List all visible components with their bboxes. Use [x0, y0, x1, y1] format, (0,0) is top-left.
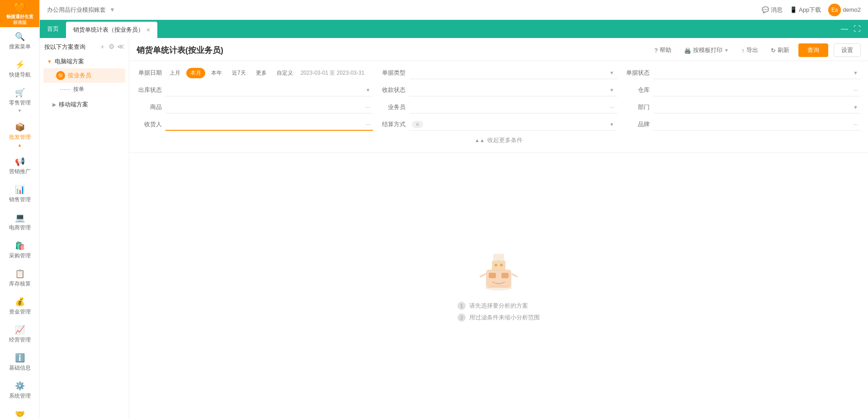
sidebar-item-label-quicknav: 快捷导航 [9, 71, 31, 79]
brand-select[interactable]: ··· [653, 118, 861, 131]
salesperson-field: 业务员 ··· [380, 101, 617, 114]
sidebar-item-basic[interactable]: ℹ️ 基础信息 [0, 348, 39, 376]
tab-bar-actions: — ⛶ [841, 25, 868, 33]
logo-icon: 🧡 [14, 2, 26, 14]
sidebar-item-wholesale[interactable]: 📦 批发管理 ▲ [0, 118, 39, 152]
search-icon: 🔍 [15, 32, 25, 42]
query-button[interactable]: 查询 [798, 43, 828, 57]
collapse-btn[interactable]: ▲▲ 收起更多条件 [137, 133, 861, 147]
payment-method-select[interactable]: × ▼ [409, 118, 617, 131]
app-download-action[interactable]: 📱 App下载 [790, 6, 821, 14]
message-icon: 💬 [762, 6, 769, 13]
warehouse-select[interactable]: ··· [653, 84, 861, 96]
tip-text-1: 请先选择要分析的方案 [469, 302, 528, 310]
svg-rect-9 [493, 254, 504, 261]
marketing-icon: 📢 [15, 157, 25, 166]
tab-bar: 首页 销货单统计表（按业务员） × — ⛶ [40, 20, 868, 38]
sidebar-item-purchase[interactable]: 🛍️ 采购管理 [0, 236, 39, 264]
sidebar-item-sales[interactable]: 📊 销售管理 [0, 180, 39, 208]
tab-salereport[interactable]: 销货单统计表（按业务员） × [66, 22, 157, 38]
tree-group-mobile-header[interactable]: ▶ 移动端方案 [43, 98, 125, 111]
bill-status-field: 单据状态 ▼ [624, 66, 861, 79]
tab-minimize-icon[interactable]: — [841, 25, 848, 33]
filter-row-3: 商品 ··· 业务员 ··· 部门 [137, 101, 861, 114]
refresh-btn[interactable]: ↻ 刷新 [767, 44, 793, 56]
tree-subitem-by-order[interactable]: ⋯⋯ 按单 [43, 83, 125, 96]
sidebar-item-label-wholesale: 批发管理 [9, 133, 31, 141]
ecommerce-icon: 💻 [15, 213, 25, 223]
sidebar-item-collab[interactable]: 🤝 企业协同 [0, 404, 39, 418]
outstock-status-select[interactable]: ▼ [165, 84, 373, 96]
top-header: 办公用品行业模拟账套 ▼ 💬 消息 📱 App下载 Ea demo2 [40, 0, 868, 20]
collapse-label: 收起更多条件 [487, 136, 523, 144]
edit-scheme-icon[interactable]: ⚙ [108, 43, 114, 51]
warehouse-ellipsis: ··· [853, 86, 858, 93]
receiver-input[interactable]: ··· [165, 118, 373, 131]
settings-button[interactable]: 设置 [834, 43, 861, 57]
payment-method-tag-area: × [412, 121, 423, 128]
svg-rect-4 [492, 261, 505, 271]
tab-close-icon[interactable]: × [146, 26, 150, 33]
refresh-label: 刷新 [778, 46, 789, 54]
tip-text-2: 用过滤条件来缩小分析范围 [469, 314, 540, 322]
print-btn[interactable]: 🖨️ 按模板打印 ▼ [680, 44, 733, 56]
tab-salereport-label: 销货单统计表（按业务员） [73, 26, 144, 34]
page-title: 销货单统计表(按业务员) [137, 45, 223, 56]
message-action[interactable]: 💬 消息 [762, 6, 783, 14]
sales-icon: 📊 [15, 185, 25, 195]
payment-status-label: 收款状态 [380, 86, 406, 94]
add-scheme-icon[interactable]: ＋ [99, 43, 106, 51]
sidebar-item-system[interactable]: ⚙️ 系统管理 [0, 376, 39, 404]
tree-item-by-salesperson[interactable]: 按 按业务员 [43, 68, 125, 83]
user-profile[interactable]: Ea demo2 [828, 4, 861, 16]
message-label: 消息 [771, 6, 783, 14]
tip-num-1: 1 [458, 302, 466, 310]
tree-group-desktop-header[interactable]: ▼ 电脑端方案 [43, 55, 125, 68]
tab-maximize-icon[interactable]: ⛶ [854, 25, 861, 33]
salesperson-select[interactable]: ··· [409, 101, 617, 114]
sidebar-item-search[interactable]: 🔍 搜索菜单 [0, 27, 39, 55]
export-btn[interactable]: ↑ 导出 [738, 44, 762, 56]
tab-home[interactable]: 首页 [40, 20, 66, 38]
date-btn-custom[interactable]: 自定义 [273, 68, 297, 78]
bill-type-select[interactable]: ▼ [409, 66, 617, 79]
finance-icon: 💰 [15, 297, 25, 307]
sidebar-item-finance[interactable]: 💰 资金管理 [0, 292, 39, 320]
date-btn-thismonth[interactable]: 本月 [186, 68, 205, 78]
sidebar-item-management[interactable]: 📈 经营管理 [0, 320, 39, 348]
empty-tip-2: 2 用过滤条件来缩小分析范围 [458, 314, 540, 322]
sidebar-item-label-retail: 零售管理 [9, 99, 31, 107]
help-btn[interactable]: ? 帮助 [651, 44, 675, 56]
bill-status-select[interactable]: ▼ [653, 66, 861, 79]
collapse-panel-icon[interactable]: ≪ [117, 43, 124, 51]
right-panel: 销货单统计表(按业务员) ? 帮助 🖨️ 按模板打印 ▼ ↑ 导出 [129, 38, 868, 418]
goods-select[interactable]: ··· [165, 101, 373, 114]
tree-item-by-salesperson-label: 按业务员 [68, 71, 91, 80]
date-btn-more[interactable]: 更多 [252, 68, 271, 78]
dept-select[interactable]: ▼ [653, 101, 861, 114]
top-actions: 💬 消息 📱 App下载 Ea demo2 [762, 4, 861, 16]
receiver-ellipsis: ··· [365, 121, 370, 128]
bill-type-arrow: ▼ [609, 70, 614, 76]
app-name: 畅捷通好生意 [6, 14, 33, 19]
payment-status-select[interactable]: ▼ [409, 84, 617, 96]
by-salesperson-icon: 按 [56, 71, 65, 80]
date-btn-7days[interactable]: 近7天 [228, 68, 250, 78]
bill-type-label: 单据类型 [380, 69, 406, 77]
sidebar-item-quicknav[interactable]: ⚡ 快捷导航 [0, 55, 39, 83]
payment-method-label: 结算方式 [380, 120, 406, 128]
svg-point-5 [495, 264, 497, 266]
sidebar-item-ecommerce[interactable]: 💻 电商管理 [0, 208, 39, 236]
sidebar-item-retail[interactable]: 🛒 零售管理 ▼ [0, 83, 39, 118]
svg-line-8 [512, 274, 517, 276]
collapse-up-icon: ▲▲ [475, 138, 485, 143]
sidebar-item-marketing[interactable]: 📢 营销推广 [0, 152, 39, 180]
inventory-icon: 📋 [15, 269, 25, 279]
date-btn-lastmonth[interactable]: 上月 [165, 68, 184, 78]
sidebar-item-inventory[interactable]: 📋 库存核算 [0, 264, 39, 292]
tree-group-desktop: ▼ 电脑端方案 按 按业务员 ⋯⋯ 按单 [43, 55, 125, 96]
tag-close[interactable]: × [415, 121, 419, 128]
svg-rect-3 [501, 273, 509, 278]
tab-home-label: 首页 [47, 25, 59, 33]
date-btn-thisyear[interactable]: 本年 [207, 68, 226, 78]
